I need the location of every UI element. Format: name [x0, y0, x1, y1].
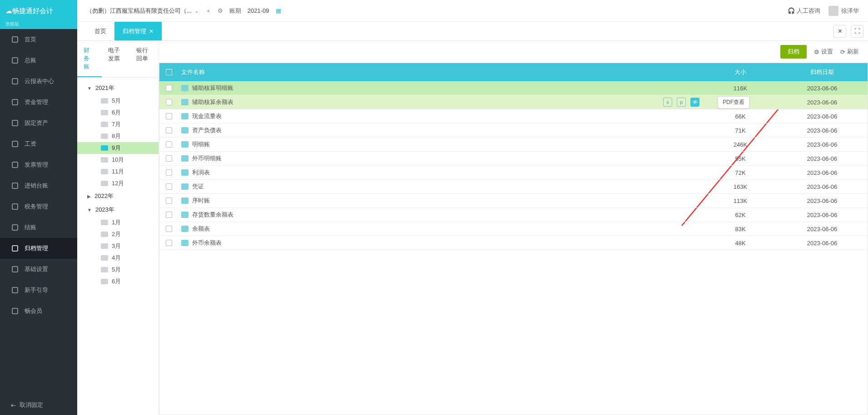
tree-month[interactable]: 6月 — [77, 107, 159, 119]
tab-close-all-button[interactable]: ✕ — [833, 25, 846, 38]
avatar-icon — [828, 6, 838, 16]
tree-month[interactable]: 5月 — [77, 264, 159, 276]
row-checkbox[interactable] — [166, 141, 172, 148]
tab-close-icon[interactable]: ✕ — [149, 28, 154, 35]
view-pdf-icon[interactable]: 👁 — [690, 98, 699, 107]
tab-archive[interactable]: 归档管理✕ — [114, 22, 162, 40]
table-row[interactable]: 利润表72K2023-06-06 — [159, 166, 868, 180]
svg-rect-11 — [12, 267, 18, 272]
tree-month[interactable]: 7月 — [77, 119, 159, 130]
company-selector[interactable]: （勿删）江西服宝精品有限责任公司（... ⌄ — [86, 7, 199, 15]
row-checkbox[interactable] — [166, 127, 172, 133]
settings-link[interactable]: ⚙ 设置 — [814, 48, 833, 56]
archive-icon — [11, 244, 19, 252]
row-checkbox[interactable] — [166, 240, 172, 246]
sidebar-item-settings[interactable]: 基础设置 — [0, 259, 77, 280]
tree-month[interactable]: 2月 — [77, 228, 159, 240]
tree-month[interactable]: 9月 — [77, 142, 159, 154]
table-row[interactable]: 凭证163K2023-06-06 — [159, 180, 868, 194]
tab-home[interactable]: 首页 — [86, 22, 114, 40]
archive-button[interactable]: 归档 — [780, 45, 807, 59]
row-checkbox[interactable] — [166, 85, 172, 91]
table-row[interactable]: 余额表83K2023-06-06 — [159, 222, 868, 236]
tree-year[interactable]: ▼2021年 — [77, 81, 159, 95]
row-checkbox[interactable] — [166, 198, 172, 204]
download-pdf-icon[interactable]: p — [677, 98, 686, 107]
calendar-icon[interactable]: ▦ — [276, 7, 281, 14]
table-row[interactable]: 外币余额表48K2023-06-06 — [159, 236, 868, 250]
tree-month[interactable]: 1月 — [77, 217, 159, 228]
sidebar-item-guide[interactable]: 新手引导 — [0, 280, 77, 301]
row-checkbox[interactable] — [166, 183, 172, 190]
sidebar-item-cloud-report[interactable]: 云报表中心 — [0, 71, 77, 92]
file-icon — [181, 212, 188, 218]
subtab-fin[interactable]: 财务账 — [77, 41, 102, 77]
guide-icon — [11, 286, 19, 294]
company-settings-button[interactable]: ⚙ — [218, 7, 223, 14]
brand-edition: 旗舰版 — [5, 21, 77, 27]
tree-month[interactable]: 12月 — [77, 178, 159, 189]
table-row[interactable]: 明细账246K2023-06-06 — [159, 138, 868, 152]
table-row[interactable]: 资产负债表71K2023-06-06 — [159, 124, 868, 138]
row-checkbox[interactable] — [166, 113, 172, 119]
topbar: （勿删）江西服宝精品有限责任公司（... ⌄ ＋ ⚙ 账期 2021-09 ▦ … — [77, 0, 868, 22]
unpin-button[interactable]: ⇤ 取消固定 — [0, 395, 77, 415]
gear-icon: ⚙ — [814, 49, 819, 55]
tree-year[interactable]: ▶2022年 — [77, 189, 159, 203]
sidebar-item-ledger[interactable]: 总账 — [0, 50, 77, 71]
tree-year[interactable]: ▼2023年 — [77, 203, 159, 217]
table-body: 辅助核算明细账116K2023-06-06辅助核算余额表xp👁PDF查看1K20… — [159, 81, 868, 415]
sidebar-item-closing[interactable]: 结账 — [0, 217, 77, 238]
sidebar-item-member[interactable]: 畅会员 — [0, 301, 77, 321]
sidebar-item-fixed-asset[interactable]: 固定资产 — [0, 113, 77, 133]
fullscreen-button[interactable]: ⛶ — [851, 25, 863, 38]
table-row[interactable]: 外币明细账55K2023-06-06 — [159, 152, 868, 166]
sidebar-item-psi[interactable]: 进销台账 — [0, 175, 77, 196]
select-all-checkbox[interactable] — [166, 69, 172, 75]
month-label: 2月 — [112, 230, 121, 238]
sidebar-item-label: 工资 — [25, 140, 36, 148]
period-value[interactable]: 2021-09 — [248, 7, 269, 14]
tree-month[interactable]: 8月 — [77, 130, 159, 142]
salary-icon — [11, 140, 19, 148]
tab-label: 首页 — [94, 27, 106, 35]
download-excel-icon[interactable]: x — [663, 98, 672, 107]
file-icon — [181, 240, 188, 246]
sidebar-item-salary[interactable]: 工资 — [0, 133, 77, 154]
tree-month[interactable]: 11月 — [77, 166, 159, 178]
brand-name: 畅捷通好会计 — [12, 7, 53, 15]
row-checkbox[interactable] — [166, 99, 172, 105]
svg-rect-3 — [12, 99, 18, 105]
refresh-link[interactable]: ⟳ 刷新 — [840, 48, 859, 56]
tree-month[interactable]: 6月 — [77, 276, 159, 287]
tree-month[interactable]: 4月 — [77, 252, 159, 264]
sidebar-item-archive[interactable]: 归档管理 — [0, 238, 77, 259]
sidebar-item-funds[interactable]: 资金管理 — [0, 92, 77, 113]
table-row[interactable]: 存货数量余额表62K2023-06-06 — [159, 208, 868, 222]
sidebar-item-home[interactable]: 首页 — [0, 29, 77, 50]
user-menu[interactable]: 徐泽华 — [828, 6, 859, 16]
sidebar-item-invoice[interactable]: 发票管理 — [0, 154, 77, 175]
tree-month[interactable]: 3月 — [77, 240, 159, 252]
row-checkbox[interactable] — [166, 212, 172, 218]
tree-month[interactable]: 10月 — [77, 154, 159, 166]
table-row[interactable]: 序时账113K2023-06-06 — [159, 194, 868, 208]
folder-icon — [101, 243, 108, 249]
file-date: 2023-06-06 — [777, 226, 868, 232]
folder-icon — [101, 279, 108, 284]
subtab-einv[interactable]: 电子发票 — [102, 41, 130, 77]
headset-icon: 🎧 — [788, 7, 795, 14]
sidebar-item-label: 结账 — [25, 223, 36, 232]
tree-month[interactable]: 5月 — [77, 95, 159, 107]
table-row[interactable]: 现金流量表66K2023-06-06 — [159, 109, 868, 124]
table-row[interactable]: 辅助核算余额表xp👁PDF查看1K2023-06-06 — [159, 95, 868, 109]
table-row[interactable]: 辅助核算明细账116K2023-06-06 — [159, 81, 868, 95]
sidebar-item-tax[interactable]: 税务管理 — [0, 196, 77, 217]
subtab-bank[interactable]: 银行回单 — [130, 41, 159, 77]
row-checkbox[interactable] — [166, 155, 172, 162]
file-size: 48K — [704, 240, 777, 247]
consult-button[interactable]: 🎧 人工咨询 — [788, 7, 820, 15]
add-company-button[interactable]: ＋ — [205, 7, 211, 15]
row-checkbox[interactable] — [166, 226, 172, 232]
row-checkbox[interactable] — [166, 169, 172, 176]
